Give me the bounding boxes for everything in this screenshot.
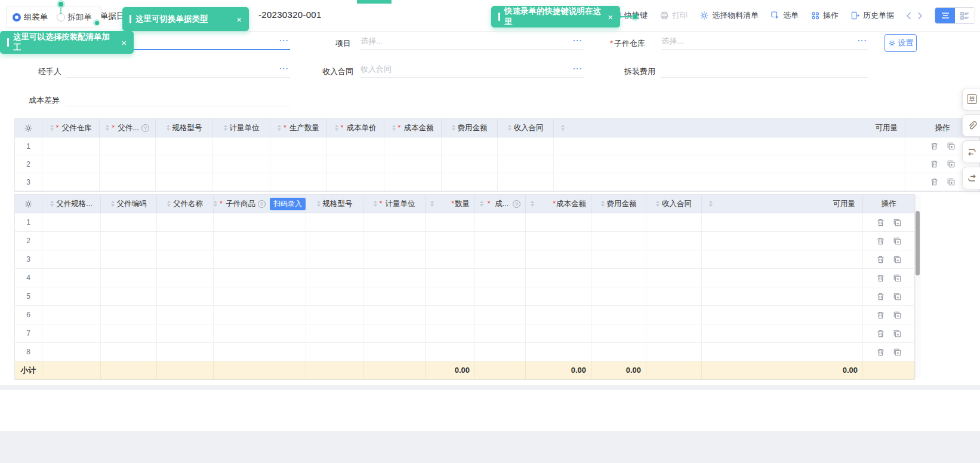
th-spec[interactable]: 规格型号 [306, 195, 363, 213]
cell[interactable] [214, 324, 306, 343]
cell[interactable] [157, 343, 214, 361]
child-warehouse-ellipsis-button[interactable]: ··· [858, 36, 867, 45]
cell[interactable] [363, 269, 426, 287]
income-contract-input[interactable] [360, 63, 584, 78]
cell[interactable] [526, 343, 591, 361]
cell[interactable] [157, 324, 214, 343]
cell[interactable] [646, 287, 702, 306]
copy-row-icon[interactable] [893, 348, 902, 357]
cell[interactable] [646, 324, 702, 343]
cell[interactable] [42, 137, 100, 155]
cell[interactable] [363, 250, 426, 269]
cell[interactable] [42, 343, 101, 361]
cell[interactable] [363, 213, 426, 232]
cell[interactable] [554, 173, 905, 191]
column-settings-gear[interactable] [15, 195, 42, 213]
project-ellipsis-button[interactable]: ··· [573, 36, 583, 45]
cell[interactable] [475, 343, 526, 361]
copy-row-icon[interactable] [893, 274, 902, 283]
cell[interactable] [384, 155, 442, 173]
copy-row-icon[interactable] [893, 292, 902, 301]
th-child-item[interactable]: *子件商品?扫码录入 [214, 195, 306, 213]
cell[interactable] [591, 269, 646, 287]
cell[interactable] [591, 213, 646, 232]
copy-row-icon[interactable] [893, 329, 902, 338]
delete-row-icon[interactable] [876, 218, 885, 227]
cell[interactable] [42, 269, 101, 287]
copy-row-icon[interactable] [893, 255, 902, 264]
cell[interactable] [591, 343, 646, 361]
cell[interactable] [306, 232, 363, 250]
delete-row-icon[interactable] [876, 274, 885, 283]
copy-row-icon[interactable] [947, 142, 956, 151]
delete-row-icon[interactable] [876, 292, 885, 301]
handler-input[interactable] [66, 63, 290, 78]
delete-row-icon[interactable] [930, 177, 939, 186]
cell[interactable] [475, 287, 526, 306]
cell[interactable] [363, 232, 426, 250]
cell[interactable] [702, 250, 863, 269]
cell[interactable] [363, 306, 426, 324]
cell[interactable] [42, 287, 101, 306]
copy-row-icon[interactable] [947, 177, 956, 186]
cell[interactable] [498, 155, 554, 173]
cell[interactable] [157, 213, 214, 232]
cell[interactable] [363, 343, 426, 361]
cell[interactable] [591, 232, 646, 250]
cell[interactable] [442, 173, 498, 191]
cell[interactable] [475, 250, 526, 269]
cell[interactable] [42, 324, 101, 343]
transfer-out-button[interactable] [962, 140, 980, 163]
cell[interactable] [442, 137, 498, 155]
cell[interactable] [214, 250, 306, 269]
cell[interactable] [213, 173, 270, 191]
cell[interactable] [270, 173, 327, 191]
radio-assembly-order[interactable]: 组装单 [13, 12, 48, 23]
th-cost-price[interactable]: *成...? [475, 195, 526, 213]
cell[interactable] [100, 155, 156, 173]
th-cost-amount[interactable]: *成本金额 [526, 195, 591, 213]
cell[interactable] [702, 232, 863, 250]
cell[interactable] [42, 250, 101, 269]
radio-disassembly-order[interactable]: 拆卸单 [57, 12, 93, 23]
cell[interactable] [475, 324, 526, 343]
cell[interactable] [42, 155, 100, 173]
cell[interactable] [646, 306, 702, 324]
detail-view-toggle[interactable] [955, 8, 975, 23]
th-parent-code[interactable]: 父件编码 [101, 195, 157, 213]
cell[interactable] [475, 232, 526, 250]
cell[interactable] [426, 250, 475, 269]
cell[interactable] [702, 287, 863, 306]
cell[interactable] [306, 250, 363, 269]
th-unit[interactable]: 计量单位 [213, 119, 270, 137]
cell[interactable] [646, 250, 702, 269]
th-income-contract[interactable]: 收入合同 [646, 195, 702, 213]
cell[interactable] [426, 306, 475, 324]
cell[interactable] [100, 173, 156, 191]
cell[interactable] [101, 213, 157, 232]
settings-button[interactable]: 设置 [885, 34, 917, 52]
cell[interactable] [646, 269, 702, 287]
cell[interactable] [270, 137, 327, 155]
cell[interactable] [702, 213, 863, 232]
cell[interactable] [327, 173, 384, 191]
cell[interactable] [591, 306, 646, 324]
th-available-qty[interactable]: 可用量 [702, 195, 863, 213]
delete-row-icon[interactable] [930, 160, 939, 168]
list-view-toggle[interactable] [935, 8, 955, 23]
scan-entry-button[interactable]: 扫码录入 [270, 198, 306, 210]
draft-button[interactable]: 草 [962, 88, 980, 111]
help-icon[interactable]: ? [513, 200, 520, 208]
cell[interactable] [214, 269, 306, 287]
th-parent-warehouse[interactable]: *父件仓库 [42, 119, 100, 137]
chevron-left-icon[interactable] [906, 12, 911, 20]
column-settings-gear[interactable] [15, 119, 42, 137]
cell[interactable] [498, 173, 554, 191]
th-parent-name[interactable]: 父件名称 [157, 195, 214, 213]
cell[interactable] [42, 173, 100, 191]
delete-row-icon[interactable] [876, 311, 885, 320]
cell[interactable] [554, 155, 905, 173]
th-available-qty[interactable]: 可用量 [554, 119, 905, 137]
cell[interactable] [526, 213, 591, 232]
cell[interactable] [101, 343, 157, 361]
